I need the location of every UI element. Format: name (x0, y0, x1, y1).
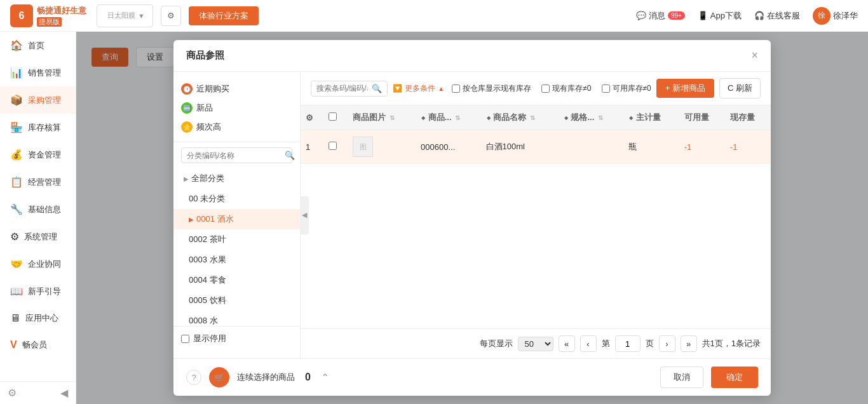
category-0001[interactable]: ▶ 0001 酒水 (173, 209, 300, 229)
product-search-box[interactable]: 🔍 (311, 81, 388, 97)
sidebar-item-apps[interactable]: 🖥 应用中心 (0, 305, 76, 332)
sidebar-item-purchase[interactable]: 📦 采购管理 (0, 86, 76, 114)
modal-right-panel: 🔍 🔽 更多条件 ▲ 按仓库显示现有库存 (301, 72, 771, 358)
vip-icon: V (10, 339, 17, 351)
help-icon[interactable]: ? (186, 370, 201, 385)
page-prev-btn[interactable]: ‹ (580, 335, 597, 352)
category-list: ▶ 全部分类 00 未分类 ▶ 0001 酒水 0002 茶 (173, 168, 300, 326)
page-input[interactable] (615, 335, 641, 352)
category-0005[interactable]: 0005 饮料 (173, 290, 300, 311)
recent-purchase-icon: 🕐 (181, 83, 193, 95)
product-search-input[interactable] (316, 84, 368, 93)
refresh-product-btn[interactable]: C 刷新 (719, 78, 761, 98)
confirm-btn[interactable]: 确定 (711, 367, 758, 388)
row-stock: -1 (725, 130, 771, 164)
table-row[interactable]: 1 图 000600... 白酒100ml 瓶 (301, 130, 771, 164)
sidebar-item-business[interactable]: 📋 经营管理 (0, 168, 76, 196)
sidebar-item-home[interactable]: 🏠 首页 (0, 32, 76, 59)
sidebar-expand-icon[interactable]: ◀ (60, 387, 68, 399)
category-00[interactable]: 00 未分类 (173, 189, 300, 209)
th-stock[interactable]: 现存量 (725, 105, 771, 130)
main-layout: 🏠 首页 📊 销售管理 📦 采购管理 🏪 库存核算 💰 资金管理 📋 经营管理 … (0, 32, 868, 404)
footer-left: ? 🛒 连续选择的商品 0 ⌃ (186, 367, 329, 387)
selected-label: 连续选择的商品 (237, 372, 295, 383)
modal-toolbar: 🔍 🔽 更多条件 ▲ 按仓库显示现有库存 (301, 72, 771, 105)
content-area: 查询 设置 刷新 商品参照 × 🕐 近期购买 (76, 32, 868, 404)
modal-close-btn[interactable]: × (751, 49, 758, 62)
th-gear[interactable]: ⚙ (301, 105, 323, 130)
collapse-footer-btn[interactable]: ⌃ (321, 372, 329, 384)
modal-header: 商品参照 × (173, 40, 771, 72)
th-unit[interactable]: ⬥ 主计量 (623, 105, 679, 130)
th-spec[interactable]: ⬥ 规格... ⇅ (559, 105, 623, 130)
sidebar: 🏠 首页 📊 销售管理 📦 采购管理 🏪 库存核算 💰 资金管理 📋 经营管理 … (0, 32, 76, 404)
category-0004[interactable]: 0004 零食 (173, 270, 300, 290)
page-next-btn[interactable]: › (659, 335, 675, 352)
nav-message[interactable]: 💬 消息 99+ (636, 10, 685, 22)
sidebar-item-sales[interactable]: 📊 销售管理 (0, 59, 76, 86)
page-first-btn[interactable]: « (559, 335, 575, 352)
filter-btn[interactable]: 🔽 更多条件 ▲ (393, 83, 444, 94)
avatar: 徐 (813, 7, 831, 25)
sidebar-item-finance[interactable]: 💰 资金管理 (0, 141, 76, 168)
new-product-item[interactable]: 🆕 新品 (173, 98, 300, 118)
cancel-btn[interactable]: 取消 (660, 367, 703, 388)
category-all[interactable]: ▶ 全部分类 (173, 168, 300, 189)
row-num: 1 (301, 130, 323, 164)
nav-user[interactable]: 徐 徐泽华 (813, 7, 858, 25)
show-disabled-input[interactable] (181, 335, 189, 343)
category-0002[interactable]: 0002 茶叶 (173, 229, 300, 250)
divider (173, 142, 300, 142)
nav-dropdown[interactable]: 日太阳膜 ▼ (97, 4, 153, 27)
sidebar-item-cooperation[interactable]: 🤝 企业协同 (0, 250, 76, 278)
collapse-left-btn[interactable]: ◀ (300, 196, 309, 234)
apps-icon: 🖥 (10, 313, 20, 324)
trial-btn[interactable]: 体验行业方案 (189, 6, 259, 25)
page-size-select[interactable]: 50 20 100 (518, 337, 553, 351)
sidebar-item-system[interactable]: ⚙ 系统管理 (0, 223, 76, 250)
sidebar-item-basic[interactable]: 🔧 基础信息 (0, 196, 76, 223)
checkbox-warehouse[interactable]: 按仓库显示现有库存 (452, 83, 531, 94)
th-available[interactable]: 可用量 (679, 105, 725, 130)
sidebar-item-inventory[interactable]: 🏪 库存核算 (0, 114, 76, 141)
show-disabled-checkbox[interactable]: 显示停用 (181, 333, 292, 344)
category-0008[interactable]: 0008 水 (173, 311, 300, 326)
checkbox-available-input[interactable] (602, 84, 610, 93)
sidebar-gear-icon[interactable]: ⚙ (8, 387, 17, 399)
add-product-btn[interactable]: + 新增商品 (656, 79, 714, 98)
product-search-icon[interactable]: 🔍 (372, 84, 382, 93)
nav-gear-btn[interactable]: ⚙ (161, 6, 181, 26)
recent-purchase-item[interactable]: 🕐 近期购买 (173, 79, 300, 98)
row-code: 000600... (416, 130, 480, 164)
checkbox-stock-ne0[interactable]: 现有库存≠0 (541, 83, 591, 94)
checkbox-stock-input[interactable] (541, 84, 550, 93)
sales-icon: 📊 (10, 67, 23, 79)
category-search-input[interactable] (187, 151, 282, 160)
th-checkbox[interactable] (323, 105, 348, 130)
top-nav: 6 畅捷通好生意 捷易版 日太阳膜 ▼ ⚙ 体验行业方案 💬 消息 99+ 📱 … (0, 0, 868, 32)
sidebar-item-vip[interactable]: V 畅会员 (0, 332, 76, 358)
sidebar-item-guide[interactable]: 📖 新手引导 (0, 278, 76, 305)
category-search-icon[interactable]: 🔍 (285, 151, 295, 160)
modal-left-panel: 🕐 近期购买 🆕 新品 ⭐ 频次高 (173, 72, 301, 358)
selected-count: 0 (305, 372, 311, 383)
row-unit: 瓶 (623, 130, 679, 164)
modal: 商品参照 × 🕐 近期购买 🆕 新品 (173, 40, 771, 396)
th-code[interactable]: ⬥ 商品... ⇅ (416, 105, 480, 130)
th-name[interactable]: ⬥ 商品名称 ⇅ (481, 105, 559, 130)
nav-service[interactable]: 🎧 在线客服 (754, 10, 800, 22)
basic-icon: 🔧 (10, 203, 23, 215)
checkbox-warehouse-input[interactable] (452, 84, 460, 93)
select-all-checkbox[interactable] (329, 112, 337, 121)
row-checkbox[interactable] (323, 130, 348, 164)
nav-app-download[interactable]: 📱 App下载 (698, 10, 742, 22)
category-0003[interactable]: 0003 水果 (173, 250, 300, 270)
checkbox-available-ne0[interactable]: 可用库存≠0 (602, 83, 651, 94)
row-select-checkbox[interactable] (329, 142, 337, 150)
page-last-btn[interactable]: » (681, 335, 697, 352)
cart-btn[interactable]: 🛒 (209, 367, 229, 387)
category-search-box[interactable]: 🔍 (181, 147, 292, 163)
frequent-item[interactable]: ⭐ 频次高 (173, 118, 300, 137)
logo-text: 畅捷通好生意 捷易版 (37, 5, 86, 27)
total-label: 共1页，1条记录 (702, 338, 761, 349)
